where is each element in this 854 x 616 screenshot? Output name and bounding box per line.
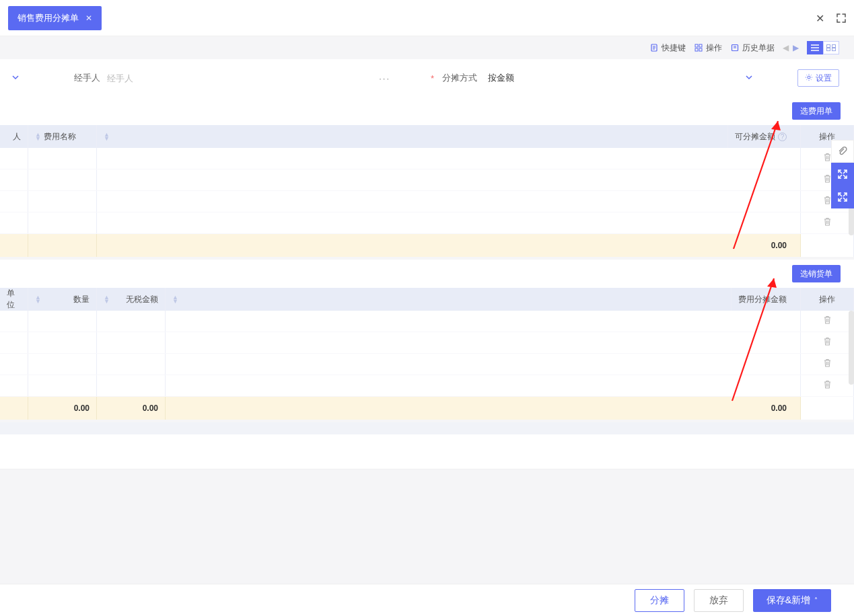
col-unit: 单位 bbox=[7, 288, 21, 311]
required-mark: * bbox=[431, 73, 434, 83]
total-alloc: 0.00 bbox=[771, 403, 787, 413]
remark-area[interactable] bbox=[0, 434, 854, 469]
nav-next-icon[interactable]: ▶ bbox=[793, 43, 799, 52]
select-sales-button[interactable]: 选销货单 bbox=[792, 265, 841, 282]
col-qty: 数量 bbox=[44, 294, 90, 305]
trash-icon[interactable] bbox=[823, 217, 832, 229]
fullscreen-icon[interactable] bbox=[835, 12, 847, 24]
more-icon[interactable]: ··· bbox=[379, 73, 390, 83]
table-total-row: 0.00 bbox=[0, 234, 854, 257]
tab-close-icon[interactable]: ✕ bbox=[85, 13, 92, 23]
table-row bbox=[0, 354, 854, 375]
trash-icon[interactable] bbox=[823, 358, 832, 370]
settings-button[interactable]: 设置 bbox=[797, 69, 839, 87]
trash-icon[interactable] bbox=[823, 315, 832, 327]
table-row bbox=[0, 169, 854, 191]
table-row bbox=[0, 148, 854, 169]
col-allocable-amount: 可分摊金额 bbox=[735, 131, 775, 143]
trash-icon[interactable] bbox=[823, 153, 832, 164]
clipboard-icon bbox=[649, 43, 659, 52]
col-notax: 无税金额 bbox=[112, 294, 158, 305]
svg-rect-1 bbox=[695, 44, 698, 47]
help-icon[interactable]: ? bbox=[778, 132, 787, 141]
svg-rect-8 bbox=[827, 48, 830, 51]
expand-out-icon[interactable] bbox=[831, 163, 854, 186]
total-notax: 0.00 bbox=[143, 403, 158, 413]
chevron-down-icon[interactable] bbox=[11, 73, 20, 84]
method-label: 分摊方式 bbox=[442, 72, 477, 84]
table-row bbox=[0, 191, 854, 213]
gear-icon bbox=[805, 73, 813, 83]
trash-icon[interactable] bbox=[823, 337, 832, 348]
toolbar-history[interactable]: 历史单据 bbox=[730, 42, 775, 54]
scrollbar[interactable] bbox=[849, 311, 854, 385]
handler-input[interactable] bbox=[106, 69, 397, 87]
sort-icon[interactable]: ▲▼ bbox=[35, 295, 41, 303]
handler-label: 经手人 bbox=[74, 72, 100, 84]
table-row bbox=[0, 375, 854, 397]
view-list-icon[interactable] bbox=[807, 41, 823, 54]
allocate-button[interactable]: 分摊 bbox=[635, 589, 684, 612]
tab-title: 销售费用分摊单 bbox=[17, 12, 79, 24]
total-qty: 0.00 bbox=[74, 403, 90, 413]
col-partial-1: 人 bbox=[13, 131, 21, 143]
sort-icon[interactable]: ▲▼ bbox=[172, 295, 178, 303]
svg-rect-9 bbox=[832, 48, 836, 51]
trash-icon[interactable] bbox=[823, 174, 832, 186]
table-row bbox=[0, 311, 854, 332]
sort-icon[interactable]: ▲▼ bbox=[104, 295, 110, 303]
chevron-down-icon[interactable] bbox=[744, 73, 754, 84]
view-card-icon[interactable] bbox=[823, 41, 839, 54]
col-ops-2: 操作 bbox=[819, 294, 835, 305]
select-expense-button[interactable]: 选费用单 bbox=[792, 102, 841, 120]
svg-rect-2 bbox=[699, 44, 702, 47]
col-expense-name: 费用名称 bbox=[44, 131, 76, 143]
chevron-up-icon: ˄ bbox=[814, 596, 818, 604]
total-amount-1: 0.00 bbox=[771, 241, 787, 250]
svg-rect-6 bbox=[827, 45, 830, 48]
trash-icon[interactable] bbox=[823, 196, 832, 207]
sort-icon[interactable]: ▲▼ bbox=[35, 132, 41, 141]
save-new-button[interactable]: 保存&新增 ˄ bbox=[753, 589, 831, 612]
svg-rect-3 bbox=[695, 48, 698, 51]
discard-button[interactable]: 放弃 bbox=[694, 589, 744, 612]
grid-icon bbox=[694, 43, 703, 52]
method-value[interactable]: 按金额 bbox=[488, 72, 514, 84]
col-alloc-amount: 费用分摊金额 bbox=[738, 294, 787, 305]
toolbar-shortcut[interactable]: 快捷键 bbox=[649, 42, 686, 54]
nav-prev-icon[interactable]: ◀ bbox=[783, 43, 789, 52]
svg-rect-7 bbox=[832, 45, 836, 48]
expand-out-icon[interactable] bbox=[831, 186, 854, 208]
table-row bbox=[0, 332, 854, 354]
close-icon[interactable]: ✕ bbox=[814, 12, 826, 24]
table-total-row: 0.00 0.00 0.00 bbox=[0, 397, 854, 420]
tab-active[interactable]: 销售费用分摊单 ✕ bbox=[8, 6, 102, 30]
svg-rect-4 bbox=[699, 48, 702, 51]
sort-icon[interactable]: ▲▼ bbox=[104, 132, 110, 141]
history-icon bbox=[730, 43, 740, 52]
trash-icon[interactable] bbox=[823, 380, 832, 391]
toolbar-operate[interactable]: 操作 bbox=[694, 42, 722, 54]
svg-point-10 bbox=[808, 76, 810, 79]
attachment-icon[interactable] bbox=[831, 140, 854, 163]
table-row bbox=[0, 213, 854, 234]
